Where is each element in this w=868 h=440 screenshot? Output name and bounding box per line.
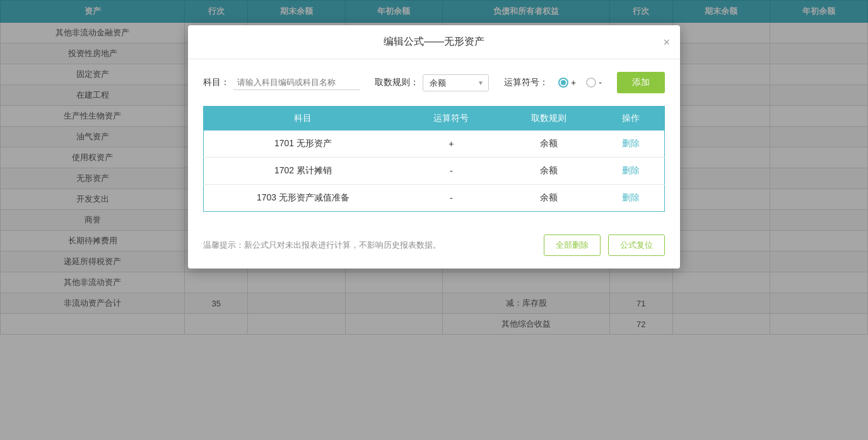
row2-rule: 余额 [500, 158, 598, 185]
reset-formula-button[interactable]: 公式复位 [608, 234, 665, 256]
footer-hint: 温馨提示：新公式只对未出报表进行计算，不影响历史报表数据。 [203, 240, 441, 251]
row3-operator: - [402, 185, 500, 212]
operator-label: 运算符号： [504, 77, 548, 88]
rule-label: 取数规则： [375, 77, 419, 88]
row1-action: 删除 [597, 130, 664, 158]
radio-plus[interactable]: + [558, 78, 576, 88]
modal-header: 编辑公式——无形资产 × [188, 25, 680, 59]
radio-minus-label: - [599, 78, 602, 88]
modal-dialog: 编辑公式——无形资产 × 科目： 取数规则： 余额 借方余额 贷方余额 借方发生… [188, 25, 680, 269]
modal-overlay: 编辑公式——无形资产 × 科目： 取数规则： 余额 借方余额 贷方余额 借方发生… [0, 0, 868, 440]
col-subject: 科目 [204, 107, 402, 131]
row1-operator: + [402, 130, 500, 158]
row3-rule: 余额 [500, 185, 598, 212]
radio-minus-circle [586, 78, 596, 88]
modal-title: 编辑公式——无形资产 [384, 36, 484, 47]
formula-table: 科目 运算符号 取数规则 操作 1701 无形资产 + 余额 删除 [203, 106, 665, 212]
col-rule: 取数规则 [500, 107, 598, 131]
row3-delete-button[interactable]: 删除 [622, 192, 640, 202]
subject-input[interactable] [233, 75, 360, 90]
row1-rule: 余额 [500, 130, 598, 158]
form-row: 科目： 取数规则： 余额 借方余额 贷方余额 借方发生额 贷方发生额 ▼ [203, 72, 665, 93]
subject-label: 科目： [203, 77, 230, 88]
footer-buttons: 全部删除 公式复位 [544, 234, 665, 256]
row2-action: 删除 [597, 158, 664, 185]
rule-select[interactable]: 余额 借方余额 贷方余额 借方发生额 贷方发生额 [423, 74, 489, 91]
add-button[interactable]: 添加 [617, 72, 665, 93]
modal-footer: 温馨提示：新公式只对未出报表进行计算，不影响历史报表数据。 全部删除 公式复位 [188, 224, 680, 269]
row2-subject: 1702 累计摊销 [204, 158, 402, 185]
radio-plus-label: + [571, 78, 576, 88]
modal-close-button[interactable]: × [663, 37, 670, 48]
row1-subject: 1701 无形资产 [204, 130, 402, 158]
row3-action: 删除 [597, 185, 664, 212]
row1-delete-button[interactable]: 删除 [622, 138, 640, 148]
rule-section: 取数规则： 余额 借方余额 贷方余额 借方发生额 贷方发生额 ▼ [375, 74, 489, 91]
table-header-row: 科目 运算符号 取数规则 操作 [204, 107, 665, 131]
col-operator: 运算符号 [402, 107, 500, 131]
delete-all-button[interactable]: 全部删除 [544, 234, 601, 256]
row3-subject: 1703 无形资产减值准备 [204, 185, 402, 212]
col-action: 操作 [597, 107, 664, 131]
table-row: 1703 无形资产减值准备 - 余额 删除 [204, 185, 665, 212]
modal-body: 科目： 取数规则： 余额 借方余额 贷方余额 借方发生额 贷方发生额 ▼ [188, 59, 680, 224]
operator-section: 运算符号： + - [504, 77, 602, 88]
table-row: 1701 无形资产 + 余额 删除 [204, 130, 665, 158]
table-row: 1702 累计摊销 - 余额 删除 [204, 158, 665, 185]
radio-minus[interactable]: - [586, 78, 602, 88]
row2-delete-button[interactable]: 删除 [622, 165, 640, 175]
radio-group: + - [558, 78, 602, 88]
radio-plus-circle [558, 78, 568, 88]
rule-select-wrapper: 余额 借方余额 贷方余额 借方发生额 贷方发生额 ▼ [423, 74, 489, 91]
row2-operator: - [402, 158, 500, 185]
